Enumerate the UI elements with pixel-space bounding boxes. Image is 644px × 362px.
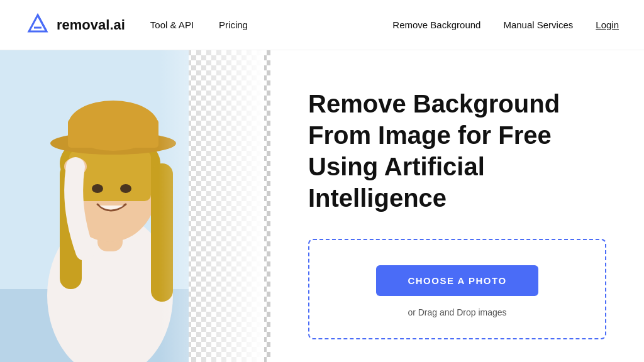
- logo-text: removal.ai: [57, 17, 125, 33]
- upload-area[interactable]: CHOOSE A PHOTO or Drag and Drop images: [308, 239, 606, 339]
- nav-manual-services[interactable]: Manual Services: [503, 19, 573, 30]
- nav-right: Remove Background Manual Services Login: [392, 19, 619, 30]
- hero-title: Remove Background From Image for Free Us…: [308, 88, 606, 214]
- hero-person-image: [0, 50, 264, 362]
- drag-drop-text: or Drag and Drop images: [408, 307, 506, 317]
- logo-icon: [25, 13, 50, 38]
- choose-photo-button[interactable]: CHOOSE A PHOTO: [376, 265, 538, 296]
- svg-rect-15: [0, 50, 264, 362]
- nav-left: Tool & API Pricing: [150, 19, 248, 30]
- hero-image-area: [0, 50, 270, 362]
- logo-link[interactable]: removal.ai: [25, 13, 125, 38]
- hero-content: Remove Background From Image for Free Us…: [270, 50, 644, 362]
- nav-tool-api[interactable]: Tool & API: [150, 19, 194, 30]
- nav-pricing[interactable]: Pricing: [219, 19, 248, 30]
- nav-remove-background[interactable]: Remove Background: [392, 19, 480, 30]
- header: removal.ai Tool & API Pricing Remove Bac…: [0, 0, 644, 50]
- hero-section: Remove Background From Image for Free Us…: [0, 50, 644, 362]
- nav-login[interactable]: Login: [596, 19, 619, 30]
